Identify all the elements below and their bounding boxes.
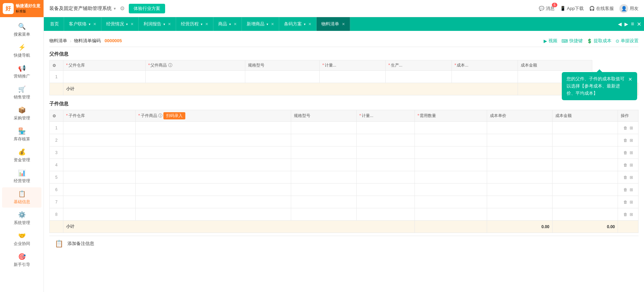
user-area[interactable]: 👤 用友	[619, 4, 639, 13]
child-row-8-qty[interactable]	[414, 208, 487, 221]
sidebar-item-operation[interactable]: 📊 经营管理	[2, 166, 41, 187]
child-row-6-amount[interactable]	[552, 184, 618, 196]
child-row-3-spec[interactable]	[291, 147, 356, 159]
child-row-6-delete-icon[interactable]: 🗑	[623, 187, 628, 192]
tab-customer-close[interactable]: ✕	[93, 22, 96, 26]
child-row-4-unit[interactable]	[357, 159, 415, 171]
child-row-7-product[interactable]	[135, 196, 291, 208]
tab-bom[interactable]: 物料清单 ✕	[317, 17, 350, 31]
child-row-5-spec[interactable]	[291, 171, 356, 184]
shortcut-btn[interactable]: ⌨ 快捷键	[561, 38, 583, 44]
child-row-4-warehouse[interactable]	[63, 159, 136, 171]
tab-close-all-btn[interactable]: ✕	[635, 21, 643, 27]
sidebar-item-marketing[interactable]: 📢 营销推广	[2, 62, 41, 82]
child-row-3-product[interactable]	[135, 147, 291, 159]
message-btn[interactable]: 💬 消息 6	[539, 5, 555, 12]
child-row-7-spec[interactable]	[291, 196, 356, 208]
child-row-7-copy-icon[interactable]: ⊞	[630, 200, 633, 205]
child-row-6-product[interactable]	[135, 184, 291, 196]
tab-new-product-close[interactable]: ✕	[271, 22, 274, 26]
child-row-1-unit[interactable]	[357, 122, 415, 134]
child-row-8-delete-icon[interactable]: 🗑	[623, 212, 628, 217]
tab-barcode[interactable]: 条码方案 ▾ ✕	[279, 17, 317, 31]
tab-product[interactable]: 商品 ▾ ✕	[213, 17, 242, 31]
child-row-5-product[interactable]	[135, 171, 291, 184]
sidebar-item-sales[interactable]: 🛒 销售管理	[2, 83, 41, 103]
child-row-1-unit-cost[interactable]	[487, 122, 552, 134]
try-btn[interactable]: 体验行业方案	[129, 4, 165, 13]
child-row-6-copy-icon[interactable]: ⊞	[630, 187, 633, 192]
child-row-2-delete-icon[interactable]: 🗑	[623, 138, 628, 143]
child-row-5-warehouse[interactable]	[63, 171, 136, 184]
child-row-4-copy-icon[interactable]: ⊞	[630, 163, 633, 167]
parent-cell-cost[interactable]	[451, 71, 518, 83]
parent-cell-spec[interactable]	[245, 71, 319, 83]
child-row-1-qty[interactable]	[414, 122, 487, 134]
child-row-3-warehouse[interactable]	[63, 147, 136, 159]
child-row-3-copy-icon[interactable]: ⊞	[630, 150, 633, 155]
child-row-3-unit-cost[interactable]	[487, 147, 552, 159]
child-row-5-unit[interactable]	[357, 171, 415, 184]
child-row-3-qty[interactable]	[414, 147, 487, 159]
sidebar-item-quicknav[interactable]: ⚡ 快捷导航	[2, 41, 41, 61]
scan-btn[interactable]: 扫码录入	[163, 112, 185, 119]
tab-bom-close[interactable]: ✕	[342, 22, 345, 26]
parent-cell-product[interactable]	[145, 71, 245, 83]
child-row-7-qty[interactable]	[414, 196, 487, 208]
child-row-2-spec[interactable]	[291, 134, 356, 147]
child-row-7-warehouse[interactable]	[63, 196, 136, 208]
settings-icon[interactable]: ⚙	[120, 5, 125, 12]
child-row-8-unit-cost[interactable]	[487, 208, 552, 221]
sidebar-item-collab[interactable]: 🤝 企业协同	[2, 229, 41, 249]
tab-profit-close[interactable]: ✕	[168, 22, 171, 26]
child-row-5-amount[interactable]	[552, 171, 618, 184]
view-btn[interactable]: ▶ 视频	[544, 38, 557, 44]
sidebar-item-finance[interactable]: 💰 资金管理	[2, 145, 41, 166]
sidebar-item-inventory[interactable]: 🏪 库存核算	[2, 125, 41, 145]
sidebar-item-system[interactable]: ⚙️ 系统管理	[2, 208, 41, 229]
tab-menu-btn[interactable]: ≡	[630, 21, 635, 27]
child-row-1-spec[interactable]	[291, 122, 356, 134]
tab-next-btn[interactable]: ▶	[623, 21, 630, 27]
tooltip-close-btn[interactable]: ✕	[628, 75, 632, 83]
child-row-2-unit-cost[interactable]	[487, 134, 552, 147]
child-row-8-product[interactable]	[135, 208, 291, 221]
child-row-7-unit[interactable]	[357, 196, 415, 208]
child-row-8-warehouse[interactable]	[63, 208, 136, 221]
tab-operation[interactable]: 经营情况 ▾ ✕	[101, 17, 139, 31]
sidebar-item-search[interactable]: 🔍 搜索菜单	[2, 20, 41, 40]
child-row-4-unit-cost[interactable]	[487, 159, 552, 171]
child-row-6-qty[interactable]	[414, 184, 487, 196]
child-row-3-amount[interactable]	[552, 147, 618, 159]
child-row-8-unit[interactable]	[357, 208, 415, 221]
child-row-6-unit[interactable]	[357, 184, 415, 196]
parent-cell-warehouse[interactable]	[63, 71, 146, 83]
child-row-8-spec[interactable]	[291, 208, 356, 221]
child-row-5-copy-icon[interactable]: ⊞	[630, 175, 633, 180]
sidebar-item-guide[interactable]: 🎯 新手引导	[2, 250, 41, 270]
parent-cell-unit[interactable]	[319, 71, 385, 83]
note-icon[interactable]: 📋	[55, 240, 63, 248]
online-service-btn[interactable]: 🎧 在线客服	[589, 5, 614, 12]
child-row-4-delete-icon[interactable]: 🗑	[623, 163, 628, 167]
tab-customer[interactable]: 客户联络 ▾ ✕	[64, 17, 101, 31]
breadcrumb-page1[interactable]: 物料清单	[49, 38, 67, 44]
child-row-1-product[interactable]	[135, 122, 291, 134]
child-row-7-amount[interactable]	[552, 196, 618, 208]
child-row-2-unit[interactable]	[357, 134, 415, 147]
child-row-1-copy-icon[interactable]: ⊞	[630, 126, 633, 130]
tab-home[interactable]: 首页	[45, 17, 64, 31]
child-row-2-qty[interactable]	[414, 134, 487, 147]
child-row-1-warehouse[interactable]	[63, 122, 136, 134]
cost-btn[interactable]: 💲 提取成本	[587, 38, 611, 44]
child-row-1-amount[interactable]	[552, 122, 618, 134]
child-row-4-spec[interactable]	[291, 159, 356, 171]
child-row-7-unit-cost[interactable]	[487, 196, 552, 208]
tab-barcode-close[interactable]: ✕	[308, 22, 311, 26]
tab-history-close[interactable]: ✕	[205, 22, 208, 26]
child-row-6-unit-cost[interactable]	[487, 184, 552, 196]
child-row-4-qty[interactable]	[414, 159, 487, 171]
settings-form-btn[interactable]: ⊙ 单据设置	[616, 38, 639, 44]
app-download-btn[interactable]: 📱 App下载	[560, 5, 584, 12]
tab-operation-close[interactable]: ✕	[131, 22, 134, 26]
